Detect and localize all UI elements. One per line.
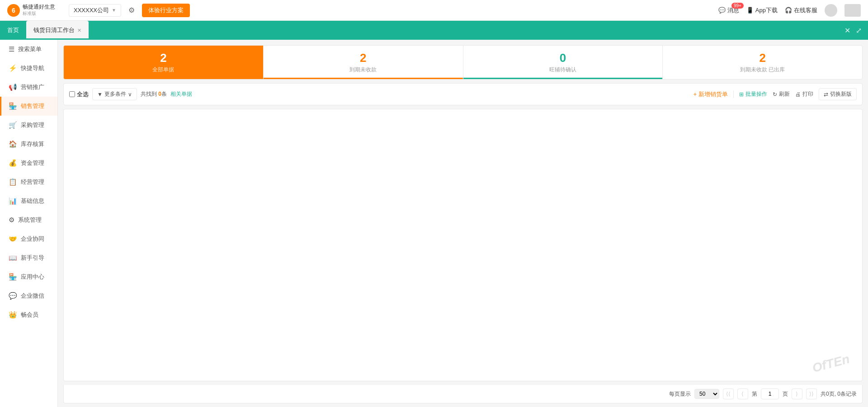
found-count: 0	[158, 91, 161, 97]
sidebar-item-guide[interactable]: 📖 新手引导	[0, 248, 57, 267]
print-button[interactable]: 🖨 打印	[795, 90, 813, 98]
logo-text: 畅捷通好生意	[23, 4, 55, 11]
refresh-button[interactable]: ↻ 刷新	[773, 90, 790, 98]
app-center-icon: 🏪	[9, 273, 17, 281]
toolbar-left: 全选 ▼ 更多条件 ∨ 共找到 0条 相关单据	[69, 88, 690, 100]
sidebar-item-marketing[interactable]: 📢 营销推广	[0, 78, 57, 97]
inventory-icon: 🏠	[9, 140, 17, 148]
print-icon: 🖨	[795, 91, 801, 98]
table-area	[63, 109, 863, 381]
basic-info-icon: 📊	[9, 197, 17, 205]
sidebar-item-sales[interactable]: 🏪 销售管理	[0, 97, 57, 116]
settings-button[interactable]: ⚙	[125, 4, 138, 17]
main-layout: ☰ 搜索菜单 ⚡ 快捷导航 📢 营销推广 🏪 销售管理 🛒 采购管理 🏠 库存核…	[0, 40, 868, 407]
sidebar-item-enterprise[interactable]: 🤝 企业协同	[0, 229, 57, 248]
message-icon: 💬	[718, 7, 726, 14]
service-icon: 🎧	[785, 7, 792, 14]
card-all-label: 全部单据	[71, 66, 256, 74]
card-overdue-num: 2	[271, 51, 456, 65]
card-overdue[interactable]: 2 到期未收款	[264, 46, 463, 79]
chevron-down-icon: ▼	[112, 8, 116, 13]
avatar[interactable]	[825, 4, 837, 17]
divider	[733, 91, 734, 98]
finance-icon: 💰	[9, 159, 17, 167]
trial-button[interactable]: 体验行业方案	[142, 4, 190, 17]
next-page-button[interactable]: ⟩	[792, 388, 802, 399]
sidebar-item-quick-nav[interactable]: ⚡ 快捷导航	[0, 59, 57, 78]
select-all-checkbox[interactable]: 全选	[69, 90, 89, 98]
filter-icon: ▼	[97, 91, 103, 98]
pagination: 每页显示 50 100 200 ⟨⟨ ⟨ 第 页 ⟩ ⟩⟩ 共0页, 0条记录	[63, 385, 863, 403]
tab-close-button[interactable]: ✕	[842, 24, 853, 37]
message-button[interactable]: 💬 消息 99+	[718, 6, 739, 14]
purchase-icon: 🛒	[9, 121, 17, 129]
batch-operation-button[interactable]: ⊞ 批量操作	[739, 90, 767, 98]
toolbar: 全选 ▼ 更多条件 ∨ 共找到 0条 相关单据 + 新增销货单 ⊞	[63, 83, 863, 105]
guide-icon: 📖	[9, 254, 17, 262]
sidebar-item-wechat[interactable]: 💬 企业微信	[0, 286, 57, 305]
tab-workbench[interactable]: 钱货日清工作台 ✕	[26, 21, 89, 40]
quick-nav-icon: ⚡	[9, 64, 17, 72]
message-badge: 99+	[731, 3, 744, 9]
sidebar-item-system[interactable]: ⚙ 系统管理	[0, 211, 57, 229]
online-service-button[interactable]: 🎧 在线客服	[785, 6, 817, 14]
switch-icon: ⇄	[824, 91, 828, 98]
logo-tag: 标准版	[23, 10, 55, 17]
operations-icon: 📋	[9, 178, 17, 186]
tab-underline	[26, 38, 89, 40]
new-sales-button[interactable]: + 新增销货单	[693, 90, 728, 98]
tab-close-icon[interactable]: ✕	[77, 28, 81, 33]
tab-home[interactable]: 首页	[0, 21, 26, 40]
download-icon: 📱	[746, 7, 754, 14]
content-area: 2 全部单据 2 到期未收款 0 旺辅待确认 2 到期未收款 已出库	[58, 40, 868, 407]
header-right: 💬 消息 99+ 📱 App下载 🎧 在线客服	[718, 4, 861, 17]
toolbar-right: + 新增销货单 ⊞ 批量操作 ↻ 刷新 🖨 打印 ⇄ 切换新版	[693, 88, 857, 100]
sidebar-item-operations[interactable]: 📋 经营管理	[0, 173, 57, 192]
card-underline-blue	[463, 78, 663, 79]
user-menu[interactable]	[844, 4, 861, 17]
card-wangfu-label: 旺辅待确认	[471, 66, 656, 74]
system-icon: ⚙	[9, 216, 14, 224]
card-overdue-label: 到期未收款	[271, 66, 456, 74]
sales-icon: 🏪	[9, 102, 17, 110]
prev-page-button[interactable]: ⟨	[737, 388, 748, 399]
tab-expand-button[interactable]: ⤢	[853, 24, 864, 37]
total-info: 共0页, 0条记录	[821, 390, 857, 398]
related-link[interactable]: 相关单据	[170, 90, 192, 98]
company-selector[interactable]: XXXXXX公司 ▼	[69, 4, 121, 17]
batch-icon: ⊞	[739, 91, 744, 98]
company-name: XXXXXX公司	[74, 6, 109, 14]
card-shipped-num: 2	[670, 51, 855, 65]
first-page-button[interactable]: ⟨⟨	[723, 388, 734, 399]
sidebar-item-member[interactable]: 👑 畅会员	[0, 305, 57, 324]
card-all-num: 2	[71, 51, 256, 65]
top-header: 6 畅捷通好生意 标准版 XXXXXX公司 ▼ ⚙ 体验行业方案 💬 消息 99…	[0, 0, 868, 21]
sidebar: ☰ 搜索菜单 ⚡ 快捷导航 📢 营销推广 🏪 销售管理 🛒 采购管理 🏠 库存核…	[0, 40, 58, 407]
app-download-button[interactable]: 📱 App下载	[746, 6, 778, 14]
select-all-input[interactable]	[69, 91, 75, 97]
sidebar-item-app-center[interactable]: 🏪 应用中心	[0, 267, 57, 286]
gear-icon: ⚙	[128, 6, 135, 14]
page-input[interactable]	[761, 388, 779, 399]
card-wangfu[interactable]: 0 旺辅待确认	[463, 46, 663, 79]
member-icon: 👑	[9, 311, 17, 319]
card-shipped[interactable]: 2 到期未收款 已出库	[663, 46, 862, 79]
sidebar-item-inventory[interactable]: 🏠 库存核算	[0, 135, 57, 154]
enterprise-icon: 🤝	[9, 235, 17, 243]
logo-icon: 6	[7, 4, 20, 17]
per-page-select[interactable]: 50 100 200	[694, 389, 719, 399]
switch-version-button[interactable]: ⇄ 切换新版	[819, 88, 857, 100]
sidebar-item-finance[interactable]: 💰 资金管理	[0, 154, 57, 173]
more-filter-button[interactable]: ▼ 更多条件 ∨	[92, 88, 137, 100]
card-wangfu-num: 0	[471, 51, 656, 65]
card-all[interactable]: 2 全部单据	[64, 46, 264, 79]
per-page-label: 每页显示	[669, 390, 691, 398]
card-underline	[264, 78, 463, 79]
wechat-icon: 💬	[9, 292, 17, 300]
sidebar-item-purchase[interactable]: 🛒 采购管理	[0, 116, 57, 135]
page-suffix: 页	[783, 390, 788, 398]
sidebar-item-basic-info[interactable]: 📊 基础信息	[0, 192, 57, 211]
sidebar-item-search[interactable]: ☰ 搜索菜单	[0, 40, 57, 59]
chevron-icon: ∨	[128, 91, 132, 98]
last-page-button[interactable]: ⟩⟩	[806, 388, 817, 399]
